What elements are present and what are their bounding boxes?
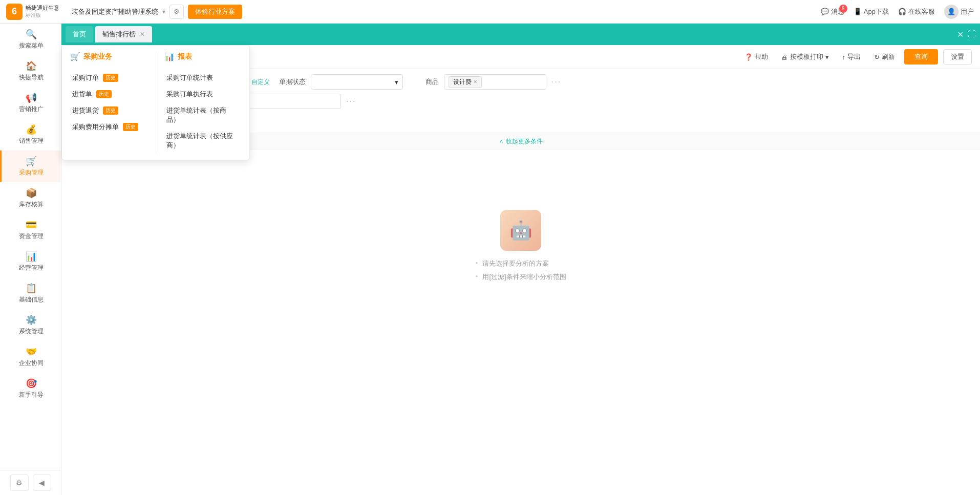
purchase-order-history-tag: 历史	[103, 74, 118, 82]
refresh-icon: ↻	[874, 53, 880, 61]
sidebar-label-quick: 快捷导航	[19, 73, 44, 82]
topbar: 6 畅捷通好生意 标准版 装备及固定资产辅助管理系统 ▾ ⚙ 体验行业方案 💬 …	[0, 0, 980, 24]
settings-icon[interactable]: ⚙	[169, 5, 184, 19]
empty-hints: 请先选择要分析的方案 用[过滤]条件来缩小分析范围	[475, 257, 566, 284]
online-service-btn[interactable]: 🎧 在线客服	[898, 7, 935, 16]
purchase-order-label: 采购订单	[72, 73, 99, 82]
date-custom[interactable]: 自定义	[251, 78, 270, 87]
logo-icon: 6	[6, 4, 23, 20]
sidebar-item-system[interactable]: ⚙️ 系统管理	[0, 309, 61, 341]
sales-icon: 💰	[26, 124, 37, 135]
goods-tag: 设计费 ×	[449, 76, 482, 88]
print-btn[interactable]: 🖨 按模板打印 ▾	[777, 50, 833, 63]
fee-history-tag: 历史	[123, 123, 138, 131]
sidebar: 🔍 搜索菜单 🏠 快捷导航 📢 营销推广 💰 销售管理 🛒 采购管理 📦 库存核…	[0, 24, 61, 495]
empty-state: 🤖 请先选择要分析的方案 用[过滤]条件来缩小分析范围	[61, 149, 980, 344]
inbound-stats-supplier-label: 进货单统计表（按供应商）	[166, 132, 240, 150]
voucher-status-select[interactable]: ▾	[311, 74, 403, 90]
sidebar-label-enterprise: 企业协同	[19, 359, 44, 368]
sidebar-item-quick[interactable]: 🏠 快捷导航	[0, 55, 61, 87]
tab-expand-icon[interactable]: ⛶	[968, 30, 976, 39]
set-btn[interactable]: 设置	[943, 49, 972, 64]
topbar-center: 装备及固定资产辅助管理系统 ▾ ⚙ 体验行业方案	[68, 5, 821, 19]
newbie-icon: 🎯	[26, 378, 37, 389]
menu-item-return[interactable]: 进货退货 历史	[70, 102, 147, 119]
sidebar-item-search[interactable]: 🔍 搜索菜单	[0, 24, 61, 55]
business-col-label: 采购业务	[83, 52, 112, 61]
empty-robot-icon: 🤖	[500, 210, 541, 251]
report-col-icon: 📊	[164, 52, 175, 61]
user-btn[interactable]: 👤 用户	[944, 5, 974, 19]
menu-item-inbound[interactable]: 进货单 历史	[70, 86, 147, 102]
dropdown-arrow-icon[interactable]: ▾	[162, 8, 165, 15]
message-badge: 9	[839, 5, 847, 13]
logo-text-block: 畅捷通好生意 标准版	[26, 4, 59, 18]
sidebar-item-sales[interactable]: 💰 销售管理	[0, 119, 61, 150]
staff-input[interactable]	[239, 94, 341, 109]
sales-rank-tab-label: 销售排行榜	[102, 30, 136, 39]
refresh-label: 刷新	[882, 52, 895, 61]
tab-close-icon[interactable]: ✕	[140, 31, 145, 38]
fund-icon: 💳	[26, 219, 37, 230]
sidebar-label-inventory: 库存核算	[19, 200, 44, 209]
sidebar-item-enterprise[interactable]: 🤝 企业协同	[0, 341, 61, 373]
avatar: 👤	[944, 5, 958, 19]
search-icon: 🔍	[26, 29, 37, 40]
app-label: App下载	[864, 7, 889, 16]
sidebar-item-newbie[interactable]: 🎯 新手引导	[0, 373, 61, 404]
report-col-label: 报表	[178, 52, 192, 61]
help-label: 帮助	[755, 52, 768, 61]
empty-hint-2: 用[过滤]条件来缩小分析范围	[475, 270, 566, 284]
export-icon: ↑	[842, 53, 846, 61]
print-icon: 🖨	[781, 53, 788, 61]
sidebar-settings-btn[interactable]: ⚙	[10, 475, 29, 491]
menu-item-inbound-stats-supplier[interactable]: 进货单统计表（按供应商）	[164, 128, 242, 154]
sidebar-item-operation[interactable]: 📊 经营管理	[0, 246, 61, 277]
message-btn[interactable]: 💬 消息 9	[821, 7, 844, 16]
sidebar-label-base: 基础信息	[19, 295, 44, 304]
sidebar-label-operation: 经营管理	[19, 264, 44, 272]
menu-item-order-stats[interactable]: 采购订单统计表	[164, 70, 242, 86]
tab-close-all-icon[interactable]: ✕	[957, 30, 964, 39]
export-btn[interactable]: ↑ 导出	[838, 50, 865, 63]
menu-item-order-exec[interactable]: 采购订单执行表	[164, 86, 242, 102]
sidebar-item-marketing[interactable]: 📢 营销推广	[0, 87, 61, 119]
industry-btn[interactable]: 体验行业方案	[188, 5, 242, 19]
goods-more-btn[interactable]: ···	[551, 77, 561, 87]
menu-item-purchase-order[interactable]: 采购订单 历史	[70, 70, 147, 86]
return-history-tag: 历史	[103, 106, 118, 115]
operation-icon: 📊	[26, 251, 37, 262]
sidebar-label-purchase: 采购管理	[19, 168, 44, 177]
menu-item-inbound-stats-goods[interactable]: 进货单统计表（按商品）	[164, 102, 242, 128]
sidebar-item-purchase[interactable]: 🛒 采购管理	[0, 150, 61, 182]
sidebar-label-sales: 销售管理	[19, 137, 44, 145]
logo-line2: 标准版	[26, 12, 59, 19]
system-icon: ⚙️	[26, 314, 37, 326]
sidebar-label-search: 搜索菜单	[19, 41, 44, 50]
menu-item-fee[interactable]: 采购费用分摊单 历史	[70, 119, 147, 135]
marketing-icon: 📢	[26, 92, 37, 103]
sidebar-item-fund[interactable]: 💳 资金管理	[0, 214, 61, 246]
empty-hint-1: 请先选择要分析的方案	[475, 257, 566, 270]
sidebar-item-inventory[interactable]: 📦 库存核算	[0, 182, 61, 214]
sidebar-label-newbie: 新手引导	[19, 391, 44, 399]
goods-input[interactable]: 设计费 ×	[444, 74, 546, 90]
fee-label: 采购费用分摊单	[72, 122, 119, 132]
topbar-right: 💬 消息 9 📱 App下载 🎧 在线客服 👤 用户	[821, 5, 974, 19]
tab-home[interactable]: 首页	[66, 26, 93, 42]
help-btn[interactable]: ❓ 帮助	[740, 50, 772, 63]
sidebar-collapse-btn[interactable]: ◀	[33, 475, 51, 491]
app-download-btn[interactable]: 📱 App下载	[854, 7, 889, 16]
goods-tag-remove[interactable]: ×	[474, 78, 477, 85]
refresh-btn[interactable]: ↻ 刷新	[870, 50, 899, 63]
user-label: 用户	[961, 7, 974, 16]
staff-more-btn[interactable]: ···	[346, 97, 356, 106]
report-col-title: 📊 报表	[164, 52, 242, 64]
tab-sales-rank[interactable]: 销售排行榜 ✕	[95, 26, 152, 42]
enterprise-icon: 🤝	[26, 346, 37, 357]
query-btn[interactable]: 查询	[904, 49, 938, 64]
home-tab-label: 首页	[73, 30, 86, 39]
sidebar-item-base[interactable]: 📋 基础信息	[0, 277, 61, 309]
order-exec-label: 采购订单执行表	[166, 90, 213, 99]
base-icon: 📋	[26, 283, 37, 294]
